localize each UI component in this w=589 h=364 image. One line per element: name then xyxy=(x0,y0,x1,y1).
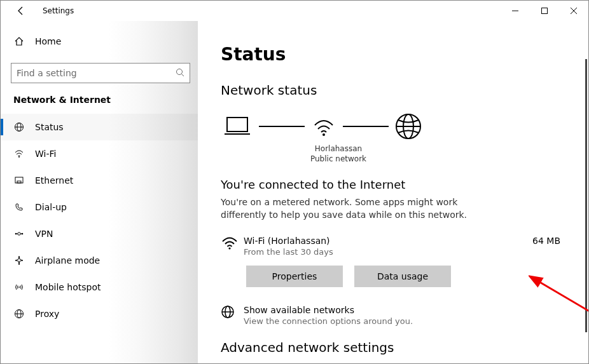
hotspot-icon xyxy=(13,282,25,292)
home-icon xyxy=(13,36,25,46)
main-content: Status Network status Horlahassan Public… xyxy=(198,21,588,363)
wifi-icon xyxy=(13,149,25,159)
laptop-icon xyxy=(221,114,254,139)
svg-point-9 xyxy=(18,156,20,158)
minimize-button[interactable] xyxy=(501,1,530,21)
diagram-type: Public network xyxy=(307,154,370,164)
connection-period: From the last 30 days xyxy=(244,247,532,257)
sidebar-item-dialup[interactable]: Dial-up xyxy=(1,194,198,220)
sidebar: Home Find a setting Network & Internet S… xyxy=(1,21,198,363)
sidebar-item-label: Proxy xyxy=(35,309,59,319)
network-diagram xyxy=(221,112,563,141)
show-available-networks[interactable]: Show available networks View the connect… xyxy=(221,305,563,326)
search-input[interactable]: Find a setting xyxy=(11,63,190,83)
svg-rect-11 xyxy=(17,181,21,183)
close-button[interactable] xyxy=(559,1,588,21)
sidebar-item-status[interactable]: Status xyxy=(1,114,198,140)
airplane-icon xyxy=(13,255,25,266)
wifi-icon xyxy=(310,114,338,139)
available-title: Show available networks xyxy=(244,305,413,315)
globe-icon xyxy=(13,122,25,132)
connected-heading: You're connected to the Internet xyxy=(221,178,563,191)
svg-point-16 xyxy=(18,286,20,288)
section-heading: Network & Internet xyxy=(13,95,188,105)
properties-button[interactable]: Properties xyxy=(246,266,343,287)
svg-point-25 xyxy=(228,247,230,249)
sidebar-item-label: Airplane mode xyxy=(35,255,100,266)
connection-name: Wi-Fi (Horlahassan) xyxy=(244,236,532,246)
connector-line xyxy=(343,126,389,127)
titlebar: Settings xyxy=(1,1,588,21)
svg-rect-1 xyxy=(542,8,548,14)
globe-icon xyxy=(221,305,235,321)
search-icon xyxy=(176,68,184,79)
diagram-caption: Horlahassan Public network xyxy=(307,144,370,164)
wifi-icon xyxy=(221,236,244,253)
sidebar-item-airplane[interactable]: Airplane mode xyxy=(1,247,198,274)
sidebar-item-proxy[interactable]: Proxy xyxy=(1,300,198,327)
maximize-button[interactable] xyxy=(530,1,559,21)
window-title: Settings xyxy=(43,6,74,15)
sidebar-item-ethernet[interactable]: Ethernet xyxy=(1,167,198,194)
sidebar-item-label: Wi-Fi xyxy=(35,149,56,159)
data-usage-value: 64 MB xyxy=(532,236,560,246)
connection-row: Wi-Fi (Horlahassan) From the last 30 day… xyxy=(221,236,563,257)
sidebar-item-label: Dial-up xyxy=(35,202,67,212)
advanced-heading: Advanced network settings xyxy=(221,340,563,355)
vpn-icon xyxy=(13,229,25,239)
page-title: Status xyxy=(221,44,563,65)
svg-rect-10 xyxy=(15,177,23,183)
svg-point-21 xyxy=(322,133,325,136)
svg-point-4 xyxy=(177,69,183,74)
sidebar-item-label: Status xyxy=(35,122,64,132)
scrollbar[interactable] xyxy=(585,59,587,332)
svg-line-5 xyxy=(182,74,184,76)
sidebar-item-label: Ethernet xyxy=(35,175,73,185)
globe-icon xyxy=(394,112,423,141)
metered-note: You're on a metered network. Some apps m… xyxy=(221,196,488,221)
ethernet-icon xyxy=(13,175,25,185)
network-status-heading: Network status xyxy=(221,83,563,98)
home-label: Home xyxy=(35,36,61,46)
sidebar-item-hotspot[interactable]: Mobile hotspot xyxy=(1,274,198,300)
data-usage-button[interactable]: Data usage xyxy=(354,266,451,287)
proxy-icon xyxy=(13,309,25,319)
connector-line xyxy=(259,126,305,127)
svg-point-15 xyxy=(18,233,20,235)
sidebar-item-label: VPN xyxy=(35,229,53,239)
svg-rect-20 xyxy=(227,118,247,131)
sidebar-item-label: Mobile hotspot xyxy=(35,282,101,292)
home-link[interactable]: Home xyxy=(11,29,188,54)
available-subtitle: View the connection options around you. xyxy=(244,316,413,326)
search-placeholder: Find a setting xyxy=(17,68,176,78)
sidebar-item-vpn[interactable]: VPN xyxy=(1,220,198,247)
diagram-ssid: Horlahassan xyxy=(307,144,370,154)
phone-icon xyxy=(13,202,25,212)
back-button[interactable] xyxy=(11,1,31,21)
sidebar-item-wifi[interactable]: Wi-Fi xyxy=(1,140,198,167)
